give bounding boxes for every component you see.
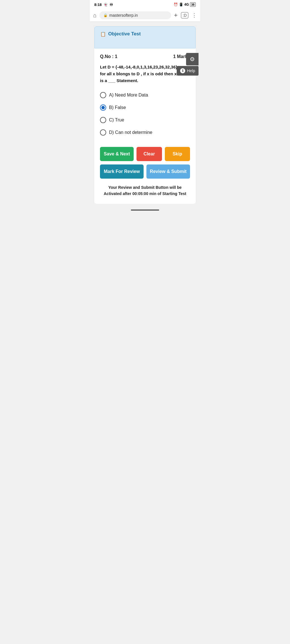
menu-button[interactable]: ⋮ <box>192 12 197 18</box>
option-a-label: A) Need More Data <box>109 93 148 98</box>
status-right: ⏰ 📳 4G 38 <box>174 2 196 7</box>
status-time: 8:18 <box>94 3 102 7</box>
wifi-icon: ♾ <box>110 3 113 7</box>
list-icon: 📋 <box>100 31 106 37</box>
radio-b-fill <box>101 106 105 109</box>
mark-for-review-button[interactable]: Mark For Review <box>100 164 144 179</box>
option-c-label: C) True <box>109 117 124 123</box>
option-d[interactable]: D) Can not determine <box>100 129 190 136</box>
radio-d[interactable] <box>100 129 106 136</box>
option-a[interactable]: A) Need More Data <box>100 92 190 98</box>
alarm-icon: ⏰ <box>174 3 178 7</box>
url-bar[interactable]: 🔒 mastersofterp.in <box>99 11 171 19</box>
battery-indicator: 38 <box>190 2 196 7</box>
save-next-button[interactable]: Save & Next <box>100 147 134 161</box>
gear-icon: ⚙ <box>190 56 195 63</box>
help-label: Help <box>187 69 195 73</box>
option-b-label: B) False <box>109 105 126 110</box>
objective-test-header: 📋 Objective Test <box>94 26 196 48</box>
action-buttons: Save & Next Clear Skip Mark For Review R… <box>100 147 190 179</box>
review-submit-button[interactable]: Review & Submit <box>146 164 190 179</box>
gear-button[interactable]: ⚙ <box>186 53 199 65</box>
vibrate-icon: 📳 <box>179 3 183 7</box>
url-text: mastersofterp.in <box>109 13 138 18</box>
question-number: Q.No : 1 <box>100 54 117 59</box>
add-tab-button[interactable]: + <box>174 12 178 19</box>
clear-button[interactable]: Clear <box>137 147 162 161</box>
question-meta: Q.No : 1 1 Marks <box>100 54 190 59</box>
info-icon: ℹ <box>180 68 185 73</box>
objective-title-text: Objective Test <box>108 31 141 37</box>
skip-button[interactable]: Skip <box>165 147 190 161</box>
question-line3: is a ___ Statement. <box>100 77 190 84</box>
main-content: 📋 Objective Test ⚙ ℹ Help Q.No : 1 1 Mar… <box>90 22 200 215</box>
question-card: ⚙ ℹ Help Q.No : 1 1 Marks Let D = {-48,-… <box>94 48 196 204</box>
options-list: A) Need More Data B) False C) True D) Ca… <box>100 92 190 136</box>
objective-title-container: 📋 Objective Test <box>100 31 190 37</box>
radio-c[interactable] <box>100 117 106 123</box>
option-c[interactable]: C) True <box>100 117 190 123</box>
bottom-nav-indicator <box>131 209 159 211</box>
tabs-button[interactable]: :D <box>181 12 188 18</box>
browser-bar: ⌂ 🔒 mastersofterp.in + :D ⋮ <box>90 9 200 22</box>
btn-row-2: Mark For Review Review & Submit <box>100 164 190 179</box>
radio-b[interactable] <box>100 104 106 111</box>
help-button[interactable]: ℹ Help <box>177 66 199 76</box>
lock-icon: 🔒 <box>103 13 108 17</box>
notice-text: Your Review and Submit Button will be Ac… <box>100 184 190 197</box>
btn-row-1: Save & Next Clear Skip <box>100 147 190 161</box>
option-d-label: D) Can not determine <box>109 130 152 135</box>
snapchat-icon: 👻 <box>103 3 108 7</box>
option-b[interactable]: B) False <box>100 104 190 111</box>
browser-actions: + :D ⋮ <box>174 12 197 19</box>
status-bar: 8:18 👻 ♾ ⏰ 📳 4G 38 <box>90 0 200 9</box>
radio-a[interactable] <box>100 92 106 98</box>
signal-icon: 4G <box>184 3 189 7</box>
status-left: 8:18 👻 ♾ <box>94 3 113 7</box>
home-icon[interactable]: ⌂ <box>93 12 97 19</box>
